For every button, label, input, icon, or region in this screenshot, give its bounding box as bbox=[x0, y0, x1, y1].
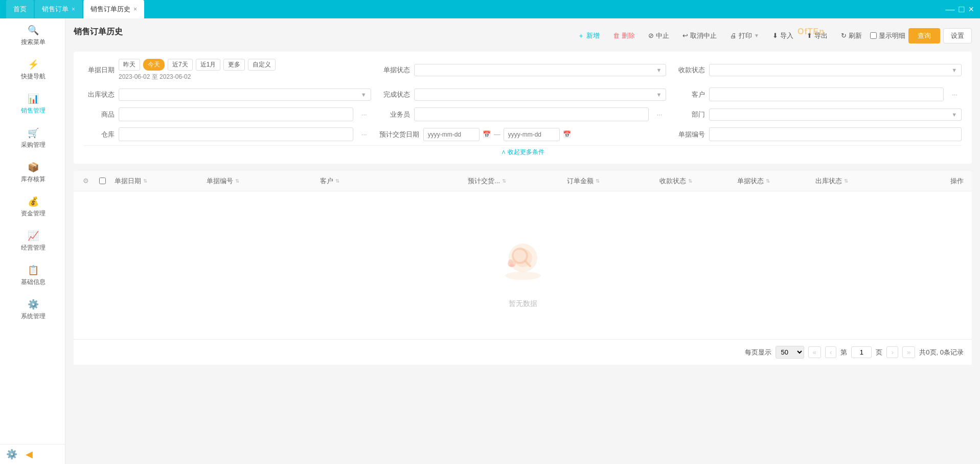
filter-input-salesperson[interactable] bbox=[414, 107, 649, 121]
date-btn-1month[interactable]: 近1月 bbox=[196, 59, 221, 71]
setting-button[interactable]: 设置 bbox=[943, 28, 972, 43]
sidebar-item-finance[interactable]: 💰 资金管理 bbox=[0, 190, 65, 224]
refresh-button[interactable]: ↻ 刷新 bbox=[836, 29, 867, 43]
delete-button[interactable]: 🗑 删除 bbox=[608, 29, 640, 43]
delivery-date-calendar-end[interactable]: 📅 bbox=[563, 130, 571, 138]
delivery-date-start[interactable] bbox=[423, 128, 480, 141]
th-setting[interactable]: ⚙ bbox=[78, 177, 94, 185]
filter-select-payment-status-arrow: ▼ bbox=[951, 67, 957, 73]
tab-home[interactable]: 首页 bbox=[6, 0, 34, 18]
sort-order-status-icon[interactable]: ⇅ bbox=[766, 178, 770, 184]
filter-select-complete-status[interactable]: ▼ bbox=[414, 89, 667, 101]
filter-input-customer[interactable] bbox=[709, 87, 944, 101]
th-payment-status[interactable]: 收款状态 ⇅ bbox=[655, 176, 734, 186]
export-button[interactable]: ⬆ 导出 bbox=[802, 29, 833, 43]
sort-delivery-icon[interactable]: ⇅ bbox=[502, 178, 506, 184]
date-btn-custom[interactable]: 自定义 bbox=[248, 59, 276, 71]
print-button[interactable]: 🖨 打印 ▼ bbox=[725, 29, 764, 43]
sort-amount-icon[interactable]: ⇅ bbox=[596, 178, 600, 184]
empty-illustration bbox=[492, 232, 554, 293]
date-btn-more[interactable]: 更多 bbox=[223, 59, 245, 71]
import-button[interactable]: ⬇ 导入 bbox=[767, 29, 799, 43]
sidebar-item-system-mgmt[interactable]: ⚙️ 系统管理 bbox=[0, 293, 65, 327]
sidebar-collapse-icon[interactable]: ◀ bbox=[26, 449, 33, 460]
tab-sales-order-history-close[interactable]: × bbox=[133, 6, 137, 13]
th-customer[interactable]: 客户 ⇅ bbox=[316, 176, 464, 186]
filter-ellipsis-product[interactable]: ··· bbox=[357, 111, 371, 118]
delivery-date-calendar-start[interactable]: 📅 bbox=[483, 130, 491, 138]
filter-ellipsis-customer[interactable]: ··· bbox=[948, 91, 962, 98]
th-order-status[interactable]: 单据状态 ⇅ bbox=[733, 176, 811, 186]
finance-icon: 💰 bbox=[28, 196, 39, 207]
last-page-button[interactable]: » bbox=[902, 346, 915, 358]
page-input[interactable] bbox=[851, 346, 872, 358]
stop-button[interactable]: ⊘ 中止 bbox=[643, 29, 674, 43]
th-amount[interactable]: 订单金额 ⇅ bbox=[563, 176, 655, 186]
sidebar-item-finance-label: 资金管理 bbox=[21, 209, 45, 218]
sidebar-item-base-info[interactable]: 📋 基础信息 bbox=[0, 258, 65, 293]
tab-sales-order-history[interactable]: 销售订单历史 × bbox=[83, 0, 144, 18]
next-page-button[interactable]: › bbox=[886, 346, 898, 358]
filter-input-warehouse[interactable] bbox=[119, 127, 353, 141]
th-number[interactable]: 单据编号 ⇅ bbox=[202, 176, 315, 186]
show-detail-checkbox[interactable] bbox=[870, 32, 877, 39]
sidebar-item-quick-nav[interactable]: ⚡ 快捷导航 bbox=[0, 53, 65, 87]
delivery-date-end[interactable] bbox=[504, 128, 560, 141]
th-checkbox[interactable] bbox=[94, 178, 110, 184]
sidebar-item-operations[interactable]: 📈 经营管理 bbox=[0, 224, 65, 258]
filter-panel: 单据日期 昨天 今天 近7天 近1月 更多 自定义 2023-06-02 至 2… bbox=[74, 52, 972, 164]
sidebar-item-purchase-mgmt[interactable]: 🛒 采购管理 bbox=[0, 121, 65, 156]
sidebar-item-sales-mgmt[interactable]: 📊 销售管理 bbox=[0, 87, 65, 121]
sidebar-item-inventory[interactable]: 📦 库存核算 bbox=[0, 156, 65, 190]
th-date[interactable]: 单据日期 ⇅ bbox=[110, 176, 202, 186]
sort-date-icon[interactable]: ⇅ bbox=[143, 178, 147, 184]
query-button[interactable]: 查询 bbox=[908, 28, 940, 43]
tab-sales-order[interactable]: 销售订单 × bbox=[35, 0, 82, 18]
main-content: 销售订单历史 ＋ 新增 🗑 删除 ⊘ 中止 ↩ 取消中止 bbox=[65, 18, 980, 464]
date-btn-7days[interactable]: 近7天 bbox=[168, 59, 193, 71]
table-empty: 暂无数据 bbox=[74, 191, 972, 339]
select-all-checkbox[interactable] bbox=[99, 178, 106, 184]
filter-item-complete-status: 完成状态 ▼ bbox=[379, 89, 667, 101]
filter-item-salesperson: 业务员 ··· bbox=[379, 107, 667, 121]
page-size-select[interactable]: 50 20 100 bbox=[776, 346, 804, 359]
filter-input-order-number[interactable] bbox=[709, 127, 962, 141]
window-close[interactable]: × bbox=[968, 4, 974, 15]
export-icon: ⬆ bbox=[807, 32, 812, 39]
th-action: 操作 bbox=[890, 176, 968, 186]
filter-select-order-status[interactable]: ▼ bbox=[414, 64, 667, 76]
collapse-bar[interactable]: ∧ 收起更多条件 bbox=[84, 145, 962, 157]
prev-page-button[interactable]: ‹ bbox=[825, 346, 836, 358]
sort-number-icon[interactable]: ⇅ bbox=[235, 178, 239, 184]
search-menu-icon: 🔍 bbox=[28, 25, 39, 36]
filter-ellipsis-salesperson[interactable]: ··· bbox=[653, 111, 667, 118]
date-btn-today[interactable]: 今天 bbox=[143, 59, 165, 71]
window-maximize[interactable]: □ bbox=[959, 4, 965, 15]
filter-select-order-status-arrow: ▼ bbox=[656, 67, 662, 73]
cancel-stop-button[interactable]: ↩ 取消中止 bbox=[677, 29, 722, 43]
filter-select-out-status[interactable]: ▼ bbox=[119, 89, 371, 101]
filter-label-delivery-date: 预计交货日期 bbox=[379, 130, 419, 139]
sort-payment-status-icon[interactable]: ⇅ bbox=[688, 178, 692, 184]
filter-select-payment-status[interactable]: ▼ bbox=[709, 64, 962, 76]
filter-ellipsis-warehouse[interactable]: ··· bbox=[357, 130, 371, 138]
tab-sales-order-close[interactable]: × bbox=[72, 6, 75, 13]
window-minimize[interactable]: — bbox=[946, 4, 955, 15]
filter-select-department[interactable]: ▼ bbox=[709, 108, 962, 121]
th-delivery[interactable]: 预计交货... ⇅ bbox=[464, 176, 563, 186]
sidebar-item-search-menu[interactable]: 🔍 搜索菜单 bbox=[0, 18, 65, 53]
show-detail-checkbox-label[interactable]: 显示明细 bbox=[870, 31, 905, 40]
refresh-label: 刷新 bbox=[849, 31, 862, 40]
first-page-button[interactable]: « bbox=[808, 346, 821, 358]
date-btn-yesterday[interactable]: 昨天 bbox=[119, 59, 140, 71]
new-button[interactable]: ＋ 新增 bbox=[573, 29, 605, 43]
sidebar-settings-icon[interactable]: ⚙️ bbox=[6, 449, 17, 460]
sort-out-status-icon[interactable]: ⇅ bbox=[844, 178, 848, 184]
th-out-status[interactable]: 出库状态 ⇅ bbox=[811, 176, 890, 186]
import-icon: ⬇ bbox=[772, 32, 778, 39]
sidebar-item-inventory-label: 库存核算 bbox=[21, 175, 45, 184]
filter-input-product[interactable] bbox=[119, 107, 353, 121]
svg-point-6 bbox=[508, 259, 513, 264]
filter-item-warehouse: 仓库 ··· bbox=[84, 127, 371, 141]
sort-customer-icon[interactable]: ⇅ bbox=[335, 178, 339, 184]
